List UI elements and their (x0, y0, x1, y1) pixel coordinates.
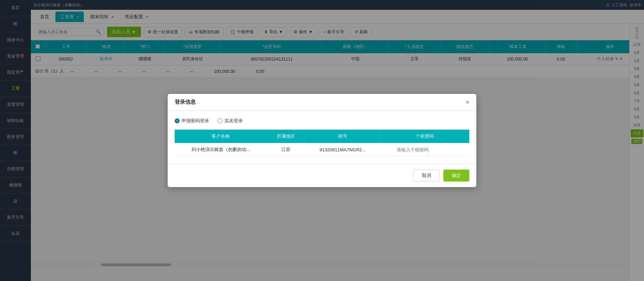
login-info-modal: 登录信息 × 申报密码登录 实名登录 客户名称 所属地区 (168, 94, 476, 187)
radio-password-label: 申报密码登录 (182, 118, 209, 124)
modal-region: 江苏 (267, 143, 305, 157)
modal-col-region: 所属地区 (267, 130, 305, 143)
radio-realname-login[interactable]: 实名登录 (217, 118, 243, 124)
modal-client-name: 刘小艳演示账套（勿删勿动... (175, 143, 267, 157)
modal-overlay: 登录信息 × 申报密码登录 实名登录 客户名称 所属地区 (0, 0, 644, 281)
modal-footer: 取消 确定 (168, 164, 476, 187)
modal-table: 客户名称 所属地区 税号 个税密码 刘小艳演示账套（勿删勿动... 江苏 913… (175, 130, 469, 157)
modal-tax-password-input[interactable] (397, 147, 453, 152)
modal-table-row: 刘小艳演示账套（勿删勿动... 江苏 91320811MA7NGR2... (175, 143, 469, 157)
modal-close-button[interactable]: × (465, 99, 469, 105)
modal-title: 登录信息 (175, 99, 196, 105)
modal-col-tax-pwd: 个税密码 (380, 130, 469, 143)
modal-col-tax-no: 税号 (305, 130, 380, 143)
confirm-button[interactable]: 确定 (443, 170, 469, 181)
modal-tax-password-cell[interactable] (380, 143, 469, 157)
modal-tax-no: 91320811MA7NGR2... (305, 143, 380, 157)
radio-realname-input[interactable] (217, 118, 222, 123)
radio-password-input[interactable] (175, 118, 180, 123)
cancel-button[interactable]: 取消 (413, 170, 440, 181)
modal-col-client: 客户名称 (175, 130, 267, 143)
radio-group: 申报密码登录 实名登录 (175, 118, 469, 124)
radio-realname-label: 实名登录 (224, 118, 243, 124)
modal-body: 申报密码登录 实名登录 客户名称 所属地区 税号 个税密码 (168, 111, 476, 164)
radio-password-login[interactable]: 申报密码登录 (175, 118, 209, 124)
modal-header: 登录信息 × (168, 94, 476, 111)
